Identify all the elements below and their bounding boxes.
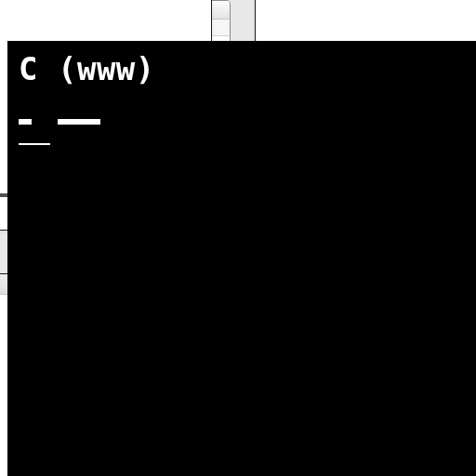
terminal-line: C (www) (19, 50, 231, 87)
cursor-line-icon (19, 143, 50, 145)
dash-icon (19, 119, 32, 125)
terminal-line (19, 119, 231, 125)
terminal-line (19, 143, 231, 145)
terminal-viewport[interactable]: C (www) (7, 41, 231, 216)
dash-icon (58, 119, 100, 125)
